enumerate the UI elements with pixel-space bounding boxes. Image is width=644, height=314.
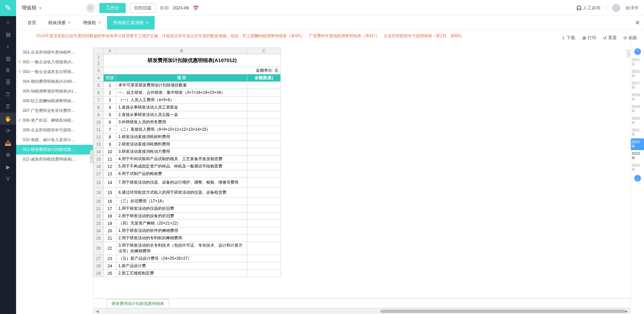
col-header-b[interactable]: B <box>116 48 247 54</box>
nav-home-icon[interactable]: ⌂ <box>0 16 16 28</box>
form-item[interactable]: 008-资产折旧、摊销及纳税... <box>16 116 93 125</box>
cell-line[interactable]: 19 <box>104 220 116 227</box>
cell-line[interactable]: 16 <box>104 198 116 205</box>
cell-item[interactable]: 3.用于研发活动的非专利技术（包括许可证、专有技术、设计和计算方法等）的摊销费用 <box>116 242 247 255</box>
nav-chart-icon[interactable]: ⫰ <box>0 40 16 52</box>
cell-item[interactable]: 2.用于研发活动的专利权的摊销费用 <box>116 235 247 242</box>
year-2015年[interactable]: 2015年 <box>631 56 644 68</box>
form-item[interactable]: 002-一般企业收入明细表(A... <box>16 57 93 67</box>
cell-line[interactable]: 3 <box>104 97 116 104</box>
cell-amount[interactable] <box>247 242 281 255</box>
cell-item[interactable]: 2.研发活动直接消耗燃料费用 <box>116 141 247 148</box>
close-icon[interactable]: ✕ <box>98 20 101 25</box>
form-item[interactable]: 007-广告费和业务宣传费跨... <box>16 106 93 116</box>
cell-item[interactable]: 1.研发活动直接消耗材料费用 <box>116 133 247 141</box>
cell-line[interactable]: 7 <box>104 126 116 133</box>
cell-item[interactable]: 8.通过经营租赁方式租入的用于研发活动的仪器、设备租赁费 <box>116 188 247 198</box>
print-button[interactable]: 🖶 打印 <box>582 35 596 41</box>
cell-amount[interactable] <box>247 170 281 178</box>
cell-line[interactable]: 12 <box>104 163 116 170</box>
cell-amount[interactable] <box>247 104 281 111</box>
cell-line[interactable]: 22 <box>104 242 116 255</box>
nav-form-icon[interactable]: 🗒 <box>0 88 16 101</box>
cell-amount[interactable] <box>247 126 281 133</box>
form-item[interactable]: 011-研发费用加计扣除优惠... <box>16 145 93 154</box>
cell-item[interactable]: 1.直接从事研发活动人员工资薪金 <box>116 104 247 111</box>
cell-amount[interactable] <box>247 227 281 235</box>
cell-item[interactable]: （一）人员人工费用（4+5+6） <box>116 97 247 104</box>
cell-item[interactable]: 1.用于研发活动的软件的摊销费用 <box>116 227 247 235</box>
spreadsheet[interactable]: A B C 1 研发费用加计扣除优惠明细表(A107012) 2 3 金额单位:… <box>93 48 281 277</box>
cell-line[interactable]: 1 <box>104 82 116 89</box>
cell-line[interactable]: 23 <box>104 255 116 262</box>
nav-sync-icon[interactable]: ⟳ <box>0 125 16 137</box>
year-2020年[interactable]: 2020年 <box>631 115 644 127</box>
cell-amount[interactable] <box>247 212 281 220</box>
unknown-circle-button[interactable]: 🗎 <box>86 3 95 13</box>
tax-type-select[interactable]: 增值税 ▾ <box>21 5 82 11</box>
nav-inbox-icon[interactable]: 📥 <box>0 137 16 149</box>
nav-settings-icon[interactable]: ⚙ <box>0 149 16 161</box>
cell-amount[interactable] <box>247 97 281 104</box>
nav-tax-icon[interactable]: 🖐 <box>0 113 16 125</box>
avatar[interactable] <box>612 4 620 12</box>
close-icon[interactable]: ✕ <box>68 20 71 25</box>
nav-data-icon[interactable]: 🗄 <box>0 76 16 88</box>
sheet-tab[interactable]: 研发费用加计扣除优惠明细表 <box>107 299 169 308</box>
cell-amount[interactable] <box>247 82 281 89</box>
reset-button[interactable]: ↺ 重置 <box>603 35 617 41</box>
cell-line[interactable]: 4 <box>104 104 116 111</box>
cell-line[interactable]: 15 <box>104 188 116 198</box>
year-2023年[interactable]: 2023年 <box>631 150 644 162</box>
close-all-tabs-icon[interactable]: ✕ <box>635 19 640 26</box>
cell-line[interactable]: 20 <box>104 227 116 235</box>
cell-line[interactable]: 5 <box>104 111 116 119</box>
expand-right-handle[interactable]: › <box>627 50 631 58</box>
tab-首页[interactable]: 首页 <box>21 16 42 29</box>
nav-bag-icon[interactable]: ▥ <box>0 52 16 64</box>
workspace-button[interactable]: 工作台 <box>99 3 126 13</box>
cell-amount[interactable] <box>247 188 281 198</box>
cell-amount[interactable] <box>247 255 281 262</box>
cell-item[interactable]: 2.直接从事研发活动人员五险一金 <box>116 111 247 119</box>
form-item[interactable]: 004-期间费用明细表(A1040... <box>16 77 93 86</box>
form-item[interactable]: 012-减免所得税优惠明细表(... <box>16 154 93 164</box>
cell-amount[interactable] <box>247 262 281 270</box>
cell-item[interactable]: （三）折旧费用（17+18） <box>116 198 247 205</box>
cell-amount[interactable] <box>247 163 281 170</box>
year-scroll-up[interactable]: ⌃ <box>634 48 641 55</box>
cell-item[interactable]: 2.新工艺规程制定费 <box>116 270 247 277</box>
nav-video-icon[interactable]: ▶ <box>0 161 16 173</box>
cell-amount[interactable] <box>247 141 281 148</box>
year-2021年[interactable]: 2021年 <box>631 127 644 138</box>
corner-cell[interactable] <box>94 48 104 54</box>
year-2022年[interactable]: 2022年 <box>631 138 644 150</box>
cell-line[interactable]: 17 <box>104 205 116 212</box>
cell-amount[interactable] <box>247 198 281 205</box>
year-2017年[interactable]: 2017年 <box>631 80 644 91</box>
cell-item[interactable]: 1.用于研发活动的仪器的折旧费 <box>116 205 247 212</box>
form-item[interactable]: 009-企业所得税弥补亏损明... <box>16 125 93 135</box>
nav-v-icon[interactable]: V <box>0 173 16 185</box>
form-item[interactable]: 010-免税、减计收入及加计... <box>16 135 93 145</box>
year-2024年[interactable]: 2024年 <box>631 162 644 174</box>
download-button[interactable]: ⇩ 下载 <box>561 35 575 41</box>
nav-doc-icon[interactable]: 🗎 <box>0 64 16 76</box>
tab-税表清册[interactable]: 税表清册✕ <box>42 16 77 29</box>
cell-line[interactable]: 18 <box>104 212 116 220</box>
year-2019年[interactable]: 2019年 <box>631 103 644 115</box>
cell-amount[interactable] <box>247 178 281 188</box>
cell-item[interactable]: 7.用于研发活动的仪器、设备的运行维护、调整、检验、维修等费用 <box>116 178 247 188</box>
horizontal-scrollbar[interactable]: ◂ ▸ <box>93 308 631 314</box>
cell-item[interactable]: 一、自主研发、合作研发、集中研发（3+7+16+19+23+34） <box>116 89 247 97</box>
year-2018年[interactable]: 2018年 <box>631 91 644 103</box>
nav-report-icon[interactable]: ▤ <box>0 28 16 40</box>
cell-line[interactable]: 13 <box>104 170 116 178</box>
cell-item[interactable]: 5.用于不构成固定资产的样品、样机及一般测试手段购置费 <box>116 163 247 170</box>
tab-增值税[interactable]: 增值税✕ <box>77 16 107 29</box>
year-scroll-down[interactable]: ⌄ <box>634 175 641 182</box>
cell-item[interactable]: （五）新产品设计费等（24+25+26+27） <box>116 255 247 262</box>
form-item[interactable]: 001-企业所得税年度纳税申... <box>16 48 93 57</box>
nav-calendar-icon[interactable]: 🗓 <box>0 101 16 113</box>
cell-amount[interactable] <box>247 270 281 277</box>
